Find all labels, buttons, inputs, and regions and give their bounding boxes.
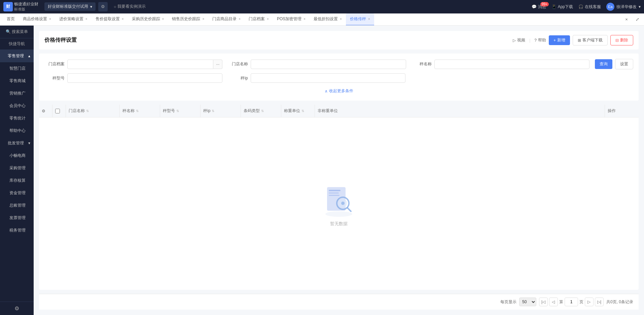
page-content: 价格传秤设置 ▷ 视频 | ? 帮助 bbox=[34, 26, 644, 315]
quick-nav-label: 快捷导航 bbox=[9, 41, 25, 46]
sidebar-item-ledger[interactable]: 总账管理 bbox=[0, 199, 34, 212]
add-button[interactable]: + 新增 bbox=[549, 35, 570, 45]
sidebar-item-help[interactable]: 帮助中心 bbox=[0, 125, 34, 137]
store-file-input-group: ··· bbox=[67, 60, 222, 69]
sidebar-item-ecommerce-label: 小畅电商 bbox=[4, 153, 31, 159]
tab-sale-price[interactable]: 售价提取设置 × bbox=[92, 13, 128, 26]
sidebar-item-wholesale[interactable]: 批发管理 ▼ bbox=[0, 137, 34, 149]
query-button[interactable]: 查询 bbox=[595, 59, 612, 69]
tab-sales-history[interactable]: 销售历史价跟踪 × bbox=[168, 13, 208, 26]
store-file-input[interactable] bbox=[67, 60, 213, 69]
tab-product-price-close[interactable]: × bbox=[49, 17, 51, 21]
query-label: 查询 bbox=[600, 61, 608, 67]
th-store-name-label: 门店名称 bbox=[69, 108, 85, 114]
store-name-input[interactable] bbox=[251, 60, 406, 69]
video-link[interactable]: ▷ 视频 bbox=[513, 37, 525, 43]
online-service-button[interactable]: 🎧 在线客服 bbox=[578, 4, 601, 10]
store-name-label: 门店名称 bbox=[228, 61, 248, 67]
sort-store-name-icon[interactable]: ⇅ bbox=[86, 109, 89, 113]
help-link[interactable]: ? 帮助 bbox=[534, 37, 546, 43]
tab-store-catalog-close[interactable]: × bbox=[239, 17, 241, 21]
sidebar-item-finance[interactable]: 资金管理 bbox=[0, 187, 34, 199]
edition-settings-button[interactable]: ⚙ bbox=[98, 2, 108, 11]
th-settings[interactable]: ⚙ bbox=[39, 105, 52, 117]
tab-home[interactable]: 首页 bbox=[3, 13, 19, 26]
store-file-picker-button[interactable]: ··· bbox=[213, 60, 222, 69]
window-controls: × ⤢ bbox=[622, 15, 641, 24]
sort-weight-unit-icon[interactable]: ⇅ bbox=[301, 109, 304, 113]
sidebar-settings-button[interactable]: ⚙ bbox=[3, 305, 30, 312]
page-first-button[interactable]: |◁ bbox=[539, 298, 548, 306]
th-weight-unit-label: 称重单位 bbox=[284, 108, 300, 114]
page-next-button[interactable]: ▷ bbox=[585, 298, 594, 306]
scale-model-label: 秤型号 bbox=[44, 75, 65, 81]
th-scale-model-label: 秤型号 bbox=[163, 108, 175, 114]
filter-row-2: 秤型号 秤ip bbox=[44, 73, 633, 83]
tab-sale-price-close[interactable]: × bbox=[122, 17, 124, 21]
page-number-input[interactable] bbox=[565, 298, 578, 306]
svg-rect-4 bbox=[329, 195, 339, 196]
sidebar-item-ledger-label: 总账管理 bbox=[4, 203, 31, 208]
tab-purchase-strategy[interactable]: 进价策略设置 × bbox=[55, 13, 92, 26]
app-download-button[interactable]: 📱 App下载 bbox=[551, 4, 573, 10]
per-page-select[interactable]: 50 20 100 bbox=[519, 298, 536, 306]
search-menu[interactable]: 🔍 搜索菜单 bbox=[0, 26, 34, 38]
delete-icon: ⊟ bbox=[615, 38, 619, 43]
sidebar-item-purchase[interactable]: 采购管理 bbox=[0, 162, 34, 174]
edition-selector[interactable]: 好业财标准版交付试用 ▾ bbox=[44, 2, 96, 11]
sidebar-item-retail-stats[interactable]: 零售统计 bbox=[0, 112, 34, 125]
tab-min-discount[interactable]: 最低折扣设置 × bbox=[310, 13, 346, 26]
sidebar-item-inventory[interactable]: 库存核算 bbox=[0, 174, 34, 187]
window-minimize-button[interactable]: × bbox=[622, 15, 631, 24]
tab-purchase-strategy-close[interactable]: × bbox=[85, 17, 87, 21]
tab-price-scale-close[interactable]: × bbox=[368, 17, 370, 21]
tab-sales-history-close[interactable]: × bbox=[202, 17, 204, 21]
sidebar-item-finance-label: 资金管理 bbox=[4, 190, 31, 196]
th-operation: 操作 bbox=[605, 105, 639, 117]
scale-ip-input[interactable] bbox=[251, 73, 406, 83]
sidebar-item-ecommerce[interactable]: 小畅电商 bbox=[0, 149, 34, 162]
tab-pos-encrypt-close[interactable]: × bbox=[303, 17, 306, 21]
delete-button[interactable]: ⊟ 删除 bbox=[610, 35, 633, 45]
sidebar-item-retail[interactable]: 零售管理 ▲ bbox=[0, 50, 34, 62]
sidebar-item-member[interactable]: 会员中心 bbox=[0, 100, 34, 112]
tab-product-price[interactable]: 商品价格设置 × bbox=[19, 13, 55, 26]
user-initials: Ea bbox=[608, 5, 612, 9]
tab-price-scale[interactable]: 价格传秤 × bbox=[346, 13, 374, 26]
window-maximize-button[interactable]: ⤢ bbox=[633, 15, 641, 24]
demo-link[interactable]: ○ 我要看实例演示 bbox=[114, 4, 146, 9]
tab-purchase-history-close[interactable]: × bbox=[162, 17, 164, 21]
sidebar-item-invoice[interactable]: 发票管理 bbox=[0, 212, 34, 224]
sidebar-item-tax[interactable]: 税务管理 bbox=[0, 224, 34, 237]
sort-scale-model-icon[interactable]: ⇅ bbox=[176, 109, 179, 113]
sort-scale-name-icon[interactable]: ⇅ bbox=[136, 109, 139, 113]
tab-product-price-label: 商品价格设置 bbox=[23, 16, 47, 22]
sort-scale-ip-icon[interactable]: ⇅ bbox=[212, 109, 214, 113]
settings-button[interactable]: 设置 bbox=[615, 59, 633, 69]
sidebar-item-retail-mall[interactable]: 零售商城 bbox=[0, 75, 34, 87]
tab-store-catalog[interactable]: 门店商品目录 × bbox=[208, 13, 245, 26]
scale-name-input[interactable] bbox=[434, 60, 589, 69]
sidebar-item-smart-store[interactable]: 智慧门店 bbox=[0, 62, 34, 75]
tab-store-file[interactable]: 门店档案 × bbox=[245, 13, 273, 26]
page-prev-button[interactable]: ◁ bbox=[549, 298, 558, 306]
quick-nav[interactable]: 快捷导航 bbox=[0, 38, 34, 50]
tab-purchase-history[interactable]: 采购历史价跟踪 × bbox=[128, 13, 168, 26]
sort-barcode-type-icon[interactable]: ⇅ bbox=[261, 109, 264, 113]
collapse-button[interactable]: ∧ 收起更多条件 bbox=[325, 87, 353, 95]
user-area[interactable]: Ea 徐泽华修改 ▾ bbox=[606, 3, 641, 11]
demo-link-text: 我要看实例演示 bbox=[117, 4, 146, 9]
online-service-label: 在线客服 bbox=[585, 4, 601, 10]
page-last-button[interactable]: ▷| bbox=[595, 298, 604, 306]
tab-pos-encrypt[interactable]: POS加密管理 × bbox=[273, 13, 310, 26]
tab-store-file-close[interactable]: × bbox=[267, 17, 269, 21]
scale-model-input[interactable] bbox=[67, 73, 222, 83]
tab-min-discount-close[interactable]: × bbox=[340, 17, 342, 21]
th-scale-name-label: 秤名称 bbox=[122, 108, 135, 114]
top-bar-left: 财 畅捷通好业财 标准版 好业财标准版交付试用 ▾ ⚙ ○ 我要看实例演示 bbox=[3, 2, 146, 11]
sidebar-item-marketing[interactable]: 营销推广 bbox=[0, 87, 34, 100]
client-download-button[interactable]: ⊞ 客户端下载 bbox=[573, 35, 608, 45]
messages-button[interactable]: 💬 消息 99+ bbox=[532, 4, 546, 10]
th-checkbox[interactable] bbox=[52, 105, 66, 117]
select-all-checkbox[interactable] bbox=[55, 109, 60, 113]
